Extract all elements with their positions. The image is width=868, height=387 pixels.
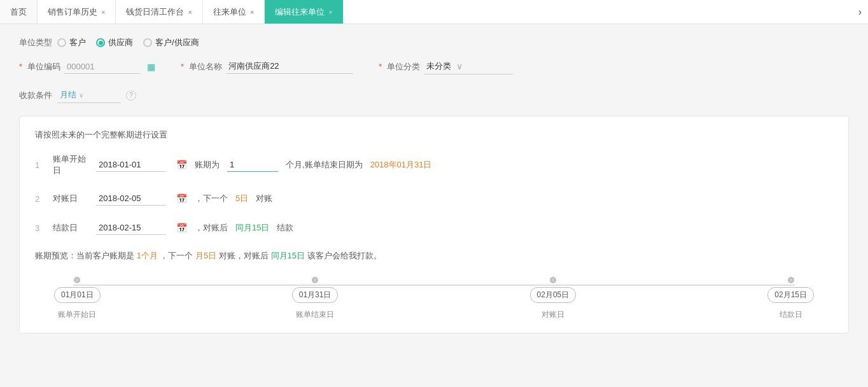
radio-customer[interactable]: 客户 [57,37,86,48]
radio-both-label: 客户/供应商 [155,37,199,48]
row-1-suffix-after: 个月,账单结束日期为 [286,159,363,171]
radio-supplier-label: 供应商 [108,37,133,48]
tab-partner-unit-label: 往来单位 [213,6,246,18]
unit-name-group: * 单位名称 [181,60,353,74]
settings-section: 请按照未来的一个完整帐期进行设置 1 账单开始日 📅 账期为 个月,账单结束日期… [19,116,849,334]
unit-code-group: * 单位编码 ▦ [19,60,155,74]
start-date-input[interactable] [96,158,166,172]
radio-supplier-outer [96,38,105,47]
unit-code-label: 单位编码 [27,61,60,73]
timeline-label-3: 结款日 [780,309,802,320]
timeline-item-3: 02月15日 结款日 [767,277,814,320]
unit-name-label: 单位名称 [189,61,222,73]
row-1-suffix-before: 账期为 [195,159,220,171]
radio-both-outer [143,38,152,47]
radio-supplier-inner [99,41,103,45]
timeline-badge-1: 01月31日 [292,287,339,303]
row-1-label: 账单开始日 [53,153,88,176]
main-content: 单位类型 客户 供应商 客户/供应商 * 单位编码 ▦ [0,24,868,387]
unit-code-icon[interactable]: ▦ [147,62,155,72]
row-1-number: 1 [35,160,45,170]
unit-category-value: 未分类 [426,60,451,72]
setting-row-3: 3 结款日 📅 ，对账后 同月15日 结款 [35,221,833,235]
row-2-highlight1: 5日 [235,193,248,204]
row-2-suffix: ，下一个 [195,193,228,204]
tab-home-label: 首页 [10,6,27,18]
tab-edit-partner-label: 编辑往来单位 [275,6,325,18]
radio-both[interactable]: 客户/供应商 [143,37,199,48]
timeline-label-1: 账单结束日 [296,309,334,320]
radio-supplier[interactable]: 供应商 [96,37,133,48]
tab-partner-unit-close[interactable]: × [250,8,254,16]
timeline-dot-0 [74,277,80,283]
preview-mid2: 对账，对账后 [219,251,269,260]
unit-category-group: * 单位分类 未分类 ∨ [379,59,513,74]
unit-type-label: 单位类型 [19,37,52,48]
tab-partner-unit[interactable]: 往来单位 × [203,0,265,24]
unit-name-input[interactable] [226,60,353,74]
payment-date-input[interactable] [96,221,166,235]
timeline-item-2: 02月05日 对账日 [530,277,577,320]
row-1-highlight: 2018年01月31日 [370,159,432,171]
radio-customer-label: 客户 [69,37,86,48]
payment-terms-value: 月结 [60,89,76,101]
payment-date-calendar-icon[interactable]: 📅 [176,223,187,233]
unit-code-star: * [19,62,22,71]
row-3-label: 结款日 [53,222,88,234]
reconcile-date-input[interactable] [96,192,166,206]
preview-suffix: 该客户会给我打款。 [307,251,382,260]
tab-sales-history-label: 销售订单历史 [48,6,97,18]
timeline-dot-3 [788,277,794,283]
section-title: 请按照未来的一个完整帐期进行设置 [35,129,833,141]
tabs-bar: 首页 销售订单历史 × 钱货日清工作台 × 往来单位 × 编辑往来单位 × › [0,0,868,24]
preview-mid1: ，下一个 [160,251,193,260]
payment-terms-row: 收款条件 月结 ∨ ? [19,87,849,103]
timeline-dot-2 [550,277,556,283]
timeline-label-0: 账单开始日 [58,309,96,320]
tab-cash-work[interactable]: 钱货日清工作台 × [116,0,202,24]
payment-terms-label: 收款条件 [19,90,52,101]
radio-customer-outer [57,38,66,47]
tab-sales-history[interactable]: 销售订单历史 × [38,0,116,24]
row-3-suffix: ，对账后 [195,222,228,234]
tab-sales-history-close[interactable]: × [101,8,105,16]
start-date-calendar-icon[interactable]: 📅 [176,160,187,170]
period-input[interactable] [227,158,278,172]
payment-terms-chevron-icon: ∨ [79,92,83,99]
row-3-highlight: 同月15日 [235,222,269,234]
reconcile-date-calendar-icon[interactable]: 📅 [176,194,187,204]
row-2-label: 对账日 [53,193,88,204]
timeline: 01月01日 账单开始日 01月31日 账单结束日 02月05日 对账日 02月… [35,277,833,320]
timeline-badge-2: 02月05日 [530,287,577,303]
tab-edit-partner[interactable]: 编辑往来单位 × [265,0,343,24]
unit-info-row: * 单位编码 ▦ * 单位名称 * 单位分类 未分类 ∨ [19,59,849,74]
preview-highlight1: 1个月 [137,251,158,260]
unit-category-select[interactable]: 未分类 ∨ [424,59,513,74]
tab-cash-work-close[interactable]: × [188,8,192,16]
unit-category-star: * [379,62,382,71]
unit-code-input[interactable] [64,60,141,74]
tab-cash-work-label: 钱货日清工作台 [126,6,184,18]
setting-row-1: 1 账单开始日 📅 账期为 个月,账单结束日期为 2018年01月31日 [35,153,833,176]
category-chevron-down-icon: ∨ [456,61,463,71]
help-icon[interactable]: ? [126,90,136,101]
row-2-number: 2 [35,194,45,204]
payment-terms-select[interactable]: 月结 ∨ [57,87,121,103]
tab-home[interactable]: 首页 [0,0,38,24]
preview-text: 账期预览：当前客户账期是 1个月 ，下一个 月5日 对账，对账后 同月15日 该… [35,250,833,262]
tab-edit-partner-close[interactable]: × [328,8,332,16]
row-2-suffix2: 对账 [256,193,272,204]
timeline-label-2: 对账日 [542,309,564,320]
timeline-item-0: 01月01日 账单开始日 [54,277,101,320]
preview-highlight3: 同月15日 [271,251,305,260]
help-icon-label: ? [129,92,133,99]
unit-type-row: 单位类型 客户 供应商 客户/供应商 [19,37,849,48]
timeline-dot-1 [312,277,318,283]
row-3-number: 3 [35,223,45,233]
timeline-items: 01月01日 账单开始日 01月31日 账单结束日 02月05日 对账日 02月… [54,277,814,320]
tab-expand-button[interactable]: › [852,0,868,24]
unit-name-star: * [181,62,184,71]
unit-category-label: 单位分类 [387,61,420,73]
preview-highlight2: 月5日 [195,251,216,260]
timeline-item-1: 01月31日 账单结束日 [292,277,339,320]
